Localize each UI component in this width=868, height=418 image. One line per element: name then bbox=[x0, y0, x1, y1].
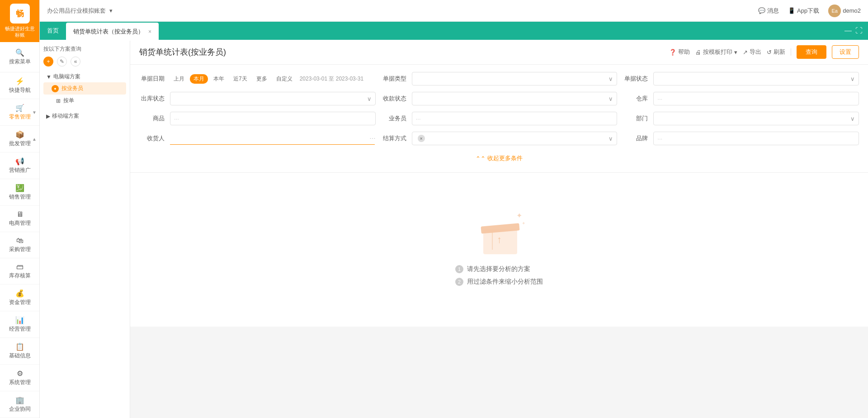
date-range-text: 2023-03-01 至 2023-03-31 bbox=[300, 75, 363, 83]
retail-arrow: ▼ bbox=[32, 109, 37, 114]
sub-plan-label: 按单 bbox=[63, 97, 74, 104]
salesman-select[interactable]: ··· bbox=[412, 112, 618, 125]
date-tab-more[interactable]: 更多 bbox=[253, 74, 271, 84]
out-status-field: ∨ bbox=[170, 92, 376, 105]
payment-clear-btn[interactable]: × bbox=[418, 135, 425, 142]
sidebar-item-search[interactable]: 🔍 搜索菜单 bbox=[3, 46, 37, 68]
tab-maximize-icon[interactable]: ⛶ bbox=[855, 27, 863, 35]
doc-type-select[interactable]: ∨ bbox=[412, 72, 618, 86]
dept-select[interactable]: ∨ bbox=[653, 112, 859, 125]
empty-steps: 1 请先选择要分析的方案 2 用过滤条件来缩小分析范围 bbox=[455, 265, 543, 290]
sidebar-item-marketing[interactable]: 📢 营销推广 bbox=[0, 152, 39, 179]
right-panel: 销货单统计表(按业务员) ❓ 帮助 🖨 按模板打印 ▾ ↗ 导出 bbox=[130, 40, 868, 418]
salesman-label: 业务员 bbox=[381, 114, 406, 123]
export-label: 导出 bbox=[750, 48, 761, 56]
content-area: 按以下方案查询 + ✎ « ▼ 电脑端方案 ● bbox=[40, 40, 868, 418]
edit-plan-btn[interactable]: ✎ bbox=[57, 57, 67, 66]
sidebar-item-finance[interactable]: 💰 资金管理 bbox=[0, 285, 39, 311]
export-btn[interactable]: ↗ 导出 bbox=[743, 48, 761, 56]
tab-home[interactable]: 首页 bbox=[40, 22, 66, 40]
basics-icon: 📋 bbox=[15, 342, 24, 351]
date-tab-custom[interactable]: 自定义 bbox=[273, 74, 296, 84]
tab-close-btn[interactable]: × bbox=[148, 28, 151, 35]
goods-label: 商品 bbox=[139, 114, 165, 123]
consignee-input[interactable] bbox=[170, 132, 375, 145]
add-plan-btn[interactable]: + bbox=[43, 57, 53, 66]
date-tab-lastmonth[interactable]: 上月 bbox=[170, 74, 188, 84]
pay-status-label: 收款状态 bbox=[381, 95, 406, 103]
left-panel-title: 按以下方案查询 bbox=[43, 45, 126, 53]
sidebar-item-inventory[interactable]: 🗃 库存核算 bbox=[0, 258, 39, 285]
sidebar-item-basics[interactable]: 📋 基础信息 bbox=[0, 338, 39, 365]
goods-select[interactable]: ··· bbox=[170, 112, 376, 125]
step-num-1: 1 bbox=[455, 265, 463, 273]
goods-field: ··· bbox=[170, 112, 376, 125]
tab-expand-area: — ⛶ bbox=[844, 27, 868, 35]
collapse-icon: « bbox=[74, 58, 77, 65]
empty-step-2: 2 用过滤条件来缩小分析范围 bbox=[455, 278, 543, 286]
message-btn[interactable]: 💬 消息 bbox=[758, 7, 779, 15]
consignee-field: ··· bbox=[170, 132, 376, 145]
user-name: demo2 bbox=[843, 7, 861, 14]
date-tab-thisyear[interactable]: 本年 bbox=[210, 74, 228, 84]
step-2-text: 用过滤条件来缩小分析范围 bbox=[467, 278, 543, 286]
pay-status-select[interactable]: ∨ bbox=[412, 92, 618, 105]
breadcrumb-dropdown-icon[interactable]: ▾ bbox=[109, 7, 113, 14]
user-profile[interactable]: Ea demo2 bbox=[828, 5, 861, 17]
sidebar-item-retail[interactable]: 🛒 零售管理 ▼ bbox=[0, 99, 39, 126]
payment-tag: × bbox=[416, 135, 425, 142]
sidebar-item-operations[interactable]: 📊 经营管理 bbox=[0, 311, 39, 338]
tab-minimize-icon[interactable]: — bbox=[844, 27, 852, 35]
sidebar-item-system[interactable]: ⚙ 系统管理 bbox=[0, 365, 39, 391]
payment-select[interactable]: × ∨ bbox=[412, 132, 618, 145]
out-status-select[interactable]: ∨ bbox=[170, 92, 376, 105]
warehouse-value: ··· bbox=[657, 95, 662, 102]
date-tabs: 上月 本月 本年 近7天 更多 自定义 2023-03-01 至 2023-03… bbox=[170, 74, 363, 84]
filter-row-3: 商品 ··· 业务员 ··· 部门 bbox=[139, 112, 859, 125]
settings-button[interactable]: 设置 bbox=[832, 45, 859, 59]
sidebar-item-quicknav[interactable]: ⚡ 快捷导航 bbox=[0, 72, 39, 99]
tab-active[interactable]: 销货单统计表（按业务员） × bbox=[66, 23, 159, 41]
print-btn[interactable]: 🖨 按模板打印 ▾ bbox=[695, 48, 737, 56]
wholesale-icon: 📦 bbox=[15, 130, 24, 139]
sidebar-item-enterprise[interactable]: 🏢 企业协同 bbox=[0, 391, 39, 418]
refresh-btn[interactable]: ↺ 刷新 bbox=[767, 48, 785, 56]
action-divider bbox=[791, 48, 791, 56]
download-icon: 📱 bbox=[788, 7, 795, 14]
mobile-plan-header[interactable]: ▶ 移动端方案 bbox=[43, 110, 126, 122]
retail-icon: 🛒 bbox=[15, 104, 24, 112]
sidebar-item-ecommerce[interactable]: 🖥 电商管理 bbox=[0, 206, 39, 232]
collapse-label: 收起更多条件 bbox=[487, 154, 523, 162]
collapse-bar[interactable]: ⌃⌃ 收起更多条件 bbox=[139, 152, 859, 165]
sub-plan-icon: ⊞ bbox=[56, 98, 61, 104]
date-tab-thismonth[interactable]: 本月 bbox=[190, 74, 208, 84]
plan-sub-item-order[interactable]: ⊞ 按单 bbox=[43, 95, 126, 107]
logo-text: 畅捷进好生意 标账 bbox=[5, 25, 35, 38]
sidebar-item-sales[interactable]: 💹 销售管理 bbox=[0, 179, 39, 206]
sidebar-item-purchase[interactable]: 🛍 采购管理 bbox=[0, 232, 39, 258]
consignee-dots[interactable]: ··· bbox=[369, 134, 375, 142]
enterprise-icon: 🏢 bbox=[15, 396, 24, 404]
app-download-btn[interactable]: 📱 App下载 bbox=[788, 7, 819, 15]
app-download-label: App下载 bbox=[797, 7, 819, 15]
date-filter-field: 上月 本月 本年 近7天 更多 自定义 2023-03-01 至 2023-03… bbox=[170, 74, 376, 84]
refresh-label: 刷新 bbox=[774, 48, 785, 56]
message-label: 消息 bbox=[767, 7, 779, 15]
page-title-bar: 销货单统计表(按业务员) ❓ 帮助 🖨 按模板打印 ▾ ↗ 导出 bbox=[130, 40, 868, 65]
pc-plan-header[interactable]: ▼ 电脑端方案 bbox=[43, 71, 126, 82]
purchase-icon: 🛍 bbox=[16, 237, 24, 245]
salesman-field: ··· bbox=[412, 112, 618, 125]
plan-item-salesman[interactable]: ● 按业务员 bbox=[43, 82, 126, 95]
search-icon: 🔍 bbox=[15, 48, 24, 57]
date-tab-7days[interactable]: 近7天 bbox=[230, 74, 251, 84]
refresh-icon: ↺ bbox=[767, 49, 772, 56]
top-header: 办公用品行业模拟账套 ▾ 💬 消息 📱 App下载 Ea demo2 bbox=[40, 0, 868, 22]
doc-status-label: 单据状态 bbox=[623, 75, 648, 83]
query-button[interactable]: 查询 bbox=[797, 45, 826, 59]
collapse-panel-btn[interactable]: « bbox=[71, 57, 80, 66]
warehouse-select[interactable]: ··· bbox=[653, 92, 859, 105]
help-btn[interactable]: ❓ 帮助 bbox=[669, 48, 690, 56]
doc-status-select[interactable]: ∨ bbox=[653, 72, 859, 86]
sidebar-item-wholesale[interactable]: 📦 批发管理 ▲ bbox=[0, 126, 39, 152]
brand-select[interactable]: ··· bbox=[653, 132, 859, 145]
